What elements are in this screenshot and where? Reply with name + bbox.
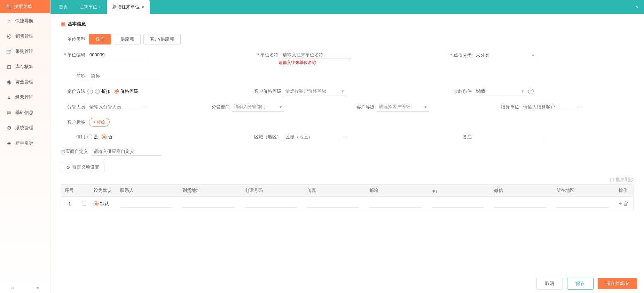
settlement-more-icon[interactable]: ··· <box>577 104 581 110</box>
radio-stop-no[interactable]: 否 <box>102 134 112 140</box>
customer-level-placeholder: 请选择客户等级 <box>379 104 410 110</box>
unit-name-error: 请输入往来单位名称 <box>278 60 316 66</box>
tab-home[interactable]: 首页 <box>53 0 73 14</box>
sidebar-item-sales[interactable]: ◎ 销售管理 <box>0 29 50 44</box>
address-input[interactable] <box>182 200 235 208</box>
department-select[interactable]: 请输入分管部门 ▾ <box>232 102 284 112</box>
radio-stop-no-label: 否 <box>108 134 112 140</box>
radio-discount[interactable]: 折扣 <box>95 88 110 95</box>
radio-default[interactable]: 默认 <box>94 201 113 207</box>
fax-input[interactable] <box>307 200 359 208</box>
cell-default[interactable]: 默认 <box>90 197 117 211</box>
cell-actions: + 🗑 <box>615 197 633 211</box>
unit-btn-customer[interactable]: 客户 <box>89 34 111 44</box>
cell-phone[interactable] <box>241 197 304 211</box>
form-content: ▣ 基本信息 单位类型 客户 供应商 客户/供应商 单位编码 单位名称 <box>50 14 644 274</box>
cell-check[interactable] <box>78 197 90 211</box>
manager-input[interactable] <box>87 103 140 111</box>
remark-input[interactable] <box>474 133 543 141</box>
radio-stop-yes-circle <box>87 135 92 139</box>
stop-radio-group: 是 否 <box>87 134 112 140</box>
supplier-custom-label: 供应商自定义 <box>61 148 88 155</box>
cell-contact[interactable] <box>117 197 179 211</box>
phone-input[interactable] <box>245 200 297 208</box>
region-more-icon[interactable]: ··· <box>343 134 347 140</box>
sidebar-item-purchase[interactable]: 🛒 采购管理 <box>0 44 50 59</box>
cell-qq[interactable] <box>428 197 490 211</box>
col-fax: 传真 <box>304 185 366 197</box>
sidebar-bottom-settings[interactable]: ≡ <box>36 285 39 290</box>
col-action: 操作 <box>615 185 633 197</box>
radio-price-level[interactable]: 价格等级 <box>114 88 138 95</box>
gear-icon: ⚙ <box>66 165 70 170</box>
sidebar-search[interactable]: 🔍 搜索菜单 <box>0 0 50 13</box>
cancel-button[interactable]: 取消 <box>536 278 563 290</box>
cell-address[interactable] <box>179 197 241 211</box>
close-all-button[interactable]: × <box>633 4 641 10</box>
short-name-input[interactable] <box>89 72 158 80</box>
sidebar-item-finance[interactable]: ◉ 资金管理 <box>0 74 50 90</box>
section-icon: ▣ <box>61 21 65 27</box>
col-contact: 联系人 <box>117 185 179 197</box>
sidebar-item-system[interactable]: ⚙ 系统管理 <box>0 120 50 136</box>
tab-new-contact-close[interactable]: × <box>142 5 144 9</box>
cell-fax[interactable] <box>304 197 366 211</box>
pricing-method-field: 定价方法 ? 折扣 价格等级 <box>61 88 247 95</box>
qq-input[interactable] <box>432 200 484 208</box>
unit-code-input[interactable] <box>87 51 150 59</box>
batch-delete-label: 批量删除 <box>615 177 634 183</box>
delete-row-button[interactable]: 🗑 <box>623 201 629 207</box>
sidebar-bottom-home[interactable]: ⌂ <box>11 285 14 290</box>
region-row-input[interactable] <box>556 200 608 208</box>
unit-name-input[interactable] <box>281 51 350 59</box>
payment-help-icon[interactable]: ? <box>528 89 534 94</box>
basic-icon: ▤ <box>6 109 13 116</box>
customer-price-level-field: 客户价格等级 请选择客户价格等级 ▾ <box>254 87 440 96</box>
save-new-button[interactable]: 保存并新增 <box>598 278 637 289</box>
form-footer: 取消 保存 保存并新增 <box>50 274 644 293</box>
unit-btn-supplier[interactable]: 供应商 <box>114 34 141 44</box>
wechat-input[interactable] <box>494 200 546 208</box>
add-tag-button[interactable]: + 标签 <box>89 118 110 127</box>
tab-contacts-close[interactable]: × <box>99 5 101 9</box>
settlement-unit-input[interactable] <box>521 103 573 111</box>
sidebar-item-operation[interactable]: ≡ 经营管理 <box>0 90 50 105</box>
manager-field: 分管人员 ··· <box>61 103 200 111</box>
region-input[interactable] <box>283 133 339 141</box>
add-row-button[interactable]: + <box>619 201 622 207</box>
tab-contacts[interactable]: 往来单位 × <box>73 0 107 14</box>
region-field: 区域（地区） ··· <box>254 133 440 141</box>
pricing-help-icon[interactable]: ? <box>87 89 93 94</box>
cell-email[interactable] <box>366 197 428 211</box>
tab-new-contact[interactable]: 新增往来单位 × <box>107 0 149 14</box>
sidebar-item-quick-nav[interactable]: ⌂ 快捷导航 <box>0 13 50 29</box>
finance-icon: ◉ <box>6 79 13 86</box>
chevron-down-icon: ▾ <box>521 89 524 94</box>
manager-more-icon[interactable]: ··· <box>143 104 148 110</box>
cell-region[interactable] <box>553 197 615 211</box>
unit-category-label: 单位分类 <box>447 52 472 59</box>
sidebar-item-newbie[interactable]: ◈ 新手引导 <box>0 136 50 151</box>
payment-terms-value: 现结 <box>476 88 485 94</box>
email-input[interactable] <box>369 200 422 208</box>
unit-category-select[interactable]: 未分类 ▾ <box>474 51 536 60</box>
unit-btn-both[interactable]: 客户/供应商 <box>143 34 181 44</box>
contact-input[interactable] <box>120 200 172 208</box>
customer-price-level-select[interactable]: 请选择客户价格等级 ▾ <box>283 87 346 96</box>
sidebar-bottom: ⌂ ≡ <box>0 282 50 293</box>
tab-bar: 首页 往来单位 × 新增往来单位 × × <box>50 0 644 14</box>
section-title-label: 基本信息 <box>68 21 86 27</box>
cell-wechat[interactable] <box>490 197 553 211</box>
sidebar-item-inventory[interactable]: ◻ 库存核算 <box>0 59 50 74</box>
radio-stop-no-circle <box>102 135 107 139</box>
supplier-custom-input[interactable] <box>92 147 161 156</box>
short-name-label: 简称 <box>61 73 85 79</box>
sidebar-item-basic[interactable]: ▤ 基础信息 <box>0 105 50 120</box>
payment-terms-select[interactable]: 现结 ▾ <box>474 87 526 96</box>
save-button[interactable]: 保存 <box>567 278 594 290</box>
tab-home-label: 首页 <box>59 4 68 10</box>
radio-stop-yes[interactable]: 是 <box>87 134 98 140</box>
customer-level-select[interactable]: 请选择客户等级 ▾ <box>377 102 429 112</box>
custom-settings-button[interactable]: ⚙ 自定义项设置 <box>61 162 104 172</box>
sales-icon: ◎ <box>6 33 13 40</box>
